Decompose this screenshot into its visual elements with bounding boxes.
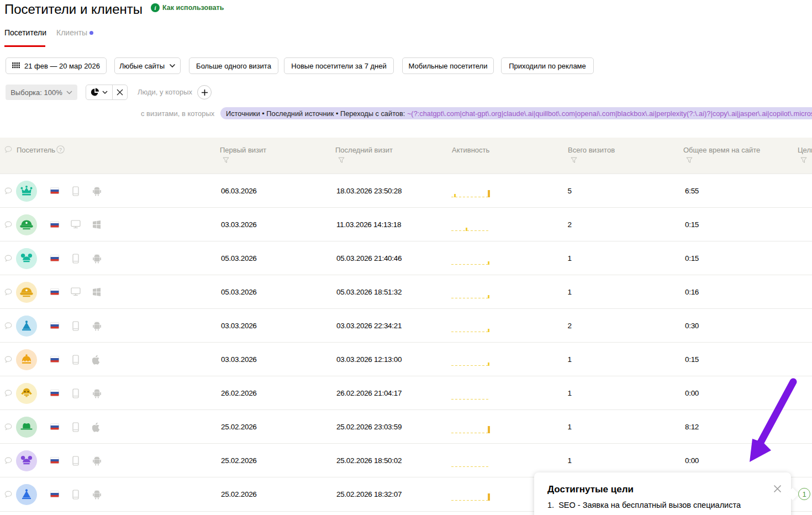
svg-text:?: ? <box>59 147 62 153</box>
